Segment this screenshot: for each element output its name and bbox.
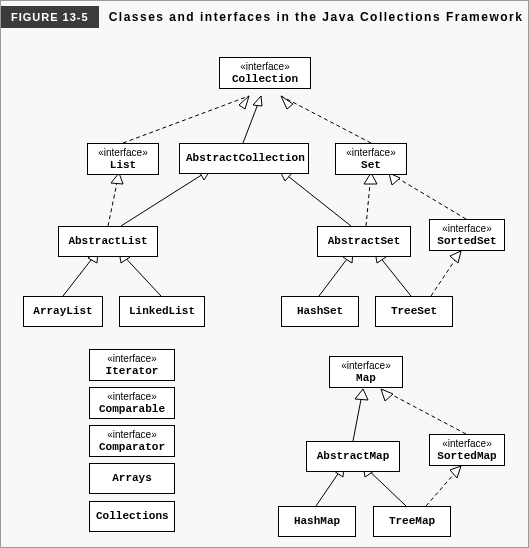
svg-marker-14	[381, 389, 393, 401]
node-list: «interface» List	[87, 143, 159, 175]
svg-marker-2	[281, 96, 293, 109]
node-label: SortedSet	[436, 235, 498, 248]
figure-frame: FIGURE 13-5 Classes and interfaces in th…	[0, 0, 529, 548]
node-sortedset: «interface» SortedSet	[429, 219, 505, 251]
stereotype-label: «interface»	[226, 61, 304, 73]
node-collection: «interface» Collection	[219, 57, 311, 89]
node-label: AbstractSet	[324, 235, 404, 248]
node-hashset: HashSet	[281, 296, 359, 327]
node-label: Comparator	[96, 441, 168, 454]
stereotype-label: «interface»	[96, 353, 168, 365]
node-comparator: «interface» Comparator	[89, 425, 175, 457]
node-sortedmap: «interface» SortedMap	[429, 434, 505, 466]
node-abstractlist: AbstractList	[58, 226, 158, 257]
stereotype-label: «interface»	[94, 147, 152, 159]
node-label: Comparable	[96, 403, 168, 416]
stereotype-label: «interface»	[436, 438, 498, 450]
node-label: LinkedList	[126, 305, 198, 318]
node-label: List	[94, 159, 152, 172]
node-label: Collection	[226, 73, 304, 86]
svg-marker-13	[355, 389, 368, 400]
stereotype-label: «interface»	[96, 429, 168, 441]
node-map: «interface» Map	[329, 356, 403, 388]
node-arraylist: ArrayList	[23, 296, 103, 327]
node-treeset: TreeSet	[375, 296, 453, 327]
node-label: Set	[342, 159, 400, 172]
node-set: «interface» Set	[335, 143, 407, 175]
node-iterator: «interface» Iterator	[89, 349, 175, 381]
stereotype-label: «interface»	[96, 391, 168, 403]
node-label: ArrayList	[30, 305, 96, 318]
node-abstractset: AbstractSet	[317, 226, 411, 257]
node-label: AbstractMap	[313, 450, 393, 463]
node-label: HashMap	[285, 515, 349, 528]
node-label: Collections	[96, 510, 168, 523]
node-label: AbstractList	[65, 235, 151, 248]
stereotype-label: «interface»	[336, 360, 396, 372]
node-abstractmap: AbstractMap	[306, 441, 400, 472]
node-comparable: «interface» Comparable	[89, 387, 175, 419]
node-abstractcollection: AbstractCollection	[179, 143, 309, 174]
svg-marker-12	[450, 251, 461, 263]
node-linkedlist: LinkedList	[119, 296, 205, 327]
node-label: AbstractCollection	[186, 152, 302, 165]
node-label: Map	[336, 372, 396, 385]
stereotype-label: «interface»	[342, 147, 400, 159]
node-label: TreeSet	[382, 305, 446, 318]
node-hashmap: HashMap	[278, 506, 356, 537]
node-label: Arrays	[96, 472, 168, 485]
svg-marker-1	[253, 96, 262, 106]
node-treemap: TreeMap	[373, 506, 451, 537]
node-label: Iterator	[96, 365, 168, 378]
node-collections: Collections	[89, 501, 175, 532]
node-label: TreeMap	[380, 515, 444, 528]
node-label: HashSet	[288, 305, 352, 318]
node-arrays: Arrays	[89, 463, 175, 494]
node-label: SortedMap	[436, 450, 498, 463]
stereotype-label: «interface»	[436, 223, 498, 235]
svg-marker-17	[450, 466, 461, 478]
